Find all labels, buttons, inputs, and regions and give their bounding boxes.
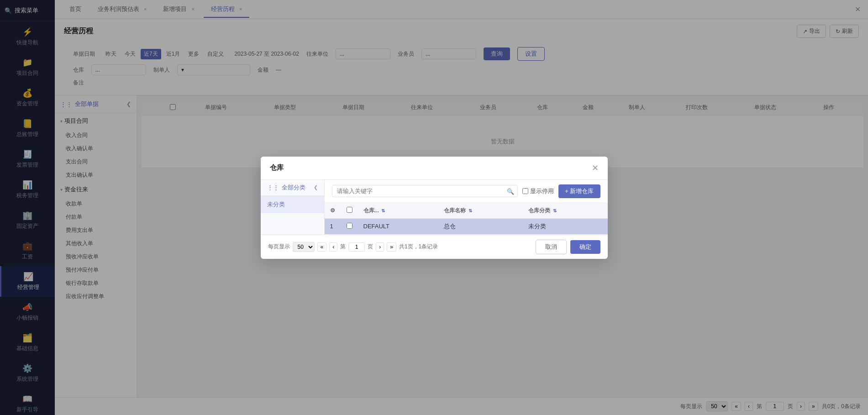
modal-main: 🔍 显示停用 + 新增仓库 ⚙ — [325, 180, 608, 235]
modal-search-icon: 🔍 — [507, 188, 514, 194]
modal-show-disabled-checkbox[interactable]: 显示停用 — [522, 187, 554, 195]
modal-page-unit: 页 — [368, 243, 373, 251]
modal-row-checkbox[interactable] — [341, 218, 358, 234]
modal-sidebar-collapse[interactable]: ❮ — [314, 184, 318, 190]
sort-icon-name: ⇅ — [468, 208, 472, 213]
modal-sidebar-unclassified[interactable]: 未分类 — [261, 196, 324, 213]
modal-col-settings[interactable]: ⚙ — [325, 203, 341, 219]
modal-sidebar-header: ⋮⋮ 全部分类 ❮ — [261, 180, 324, 196]
sort-icon-category: ⇅ — [553, 208, 557, 213]
modal-page-number-input[interactable] — [348, 242, 365, 252]
show-disabled-checkbox-input[interactable] — [522, 188, 528, 194]
modal-page-label: 第 — [340, 243, 346, 251]
modal-table-wrap: ⚙ 仓库... ⇅ 仓库名称 — [325, 203, 608, 235]
modal-cancel-button[interactable]: 取消 — [536, 240, 567, 254]
modal-row-category: 未分类 — [523, 218, 607, 234]
modal-sidebar-unclassified-label: 未分类 — [267, 200, 285, 209]
modal-table-row[interactable]: 1 DEFAULT 总仓 未分类 — [325, 218, 608, 234]
modal-last-page[interactable]: » — [387, 242, 396, 252]
show-disabled-label: 显示停用 — [530, 187, 554, 195]
modal-footer-pagination: 每页显示 50 « ‹ 第 页 › » 共1页，1条记录 — [268, 242, 532, 252]
modal-col-checkbox — [341, 203, 358, 219]
modal-close-button[interactable]: ✕ — [592, 163, 599, 173]
modal-table: ⚙ 仓库... ⇅ 仓库名称 — [325, 203, 608, 235]
modal-overlay: 仓库 ✕ ⋮⋮ 全部分类 ❮ 未分类 — [0, 0, 868, 415]
grid-icon-modal: ⋮⋮ — [267, 184, 279, 191]
warehouse-modal: 仓库 ✕ ⋮⋮ 全部分类 ❮ 未分类 — [261, 157, 608, 259]
modal-col-name-label: 仓库名称 — [444, 207, 466, 214]
sort-icon-code: ⇅ — [381, 208, 385, 213]
modal-search-input[interactable] — [332, 185, 518, 197]
modal-search: 🔍 — [332, 185, 518, 197]
modal-total-info: 共1页，1条记录 — [399, 243, 438, 251]
modal-select-all[interactable] — [347, 207, 352, 213]
modal-body: ⋮⋮ 全部分类 ❮ 未分类 🔍 — [261, 180, 608, 235]
modal-col-category-label: 仓库分类 — [528, 207, 550, 214]
modal-prev-page[interactable]: ‹ — [329, 242, 337, 252]
modal-next-page[interactable]: › — [376, 242, 384, 252]
modal-footer: 每页显示 50 « ‹ 第 页 › » 共1页，1条记录 取消 — [261, 235, 608, 259]
modal-col-name[interactable]: 仓库名称 ⇅ — [438, 203, 523, 219]
modal-first-page[interactable]: « — [317, 242, 327, 252]
modal-header: 仓库 ✕ — [261, 157, 608, 180]
modal-sidebar: ⋮⋮ 全部分类 ❮ 未分类 — [261, 180, 325, 235]
modal-row-code: DEFAULT — [358, 218, 439, 234]
modal-confirm-button[interactable]: 确定 — [570, 240, 600, 254]
modal-row-name: 总仓 — [438, 218, 523, 234]
modal-col-code-label: 仓库... — [363, 207, 379, 214]
modal-col-category[interactable]: 仓库分类 ⇅ — [523, 203, 607, 219]
modal-row-check[interactable] — [347, 223, 352, 229]
modal-toolbar: 🔍 显示停用 + 新增仓库 — [325, 180, 608, 203]
modal-page-size-label: 每页显示 — [268, 243, 290, 251]
modal-col-code[interactable]: 仓库... ⇅ — [358, 203, 439, 219]
modal-pagination: 每页显示 50 « ‹ 第 页 › » 共1页，1条记录 — [268, 242, 438, 252]
add-warehouse-button[interactable]: + 新增仓库 — [558, 184, 600, 198]
modal-row-index: 1 — [325, 218, 341, 234]
modal-title: 仓库 — [270, 163, 284, 172]
modal-page-size-select[interactable]: 50 — [293, 242, 315, 252]
modal-sidebar-all-label: 全部分类 — [282, 184, 305, 192]
